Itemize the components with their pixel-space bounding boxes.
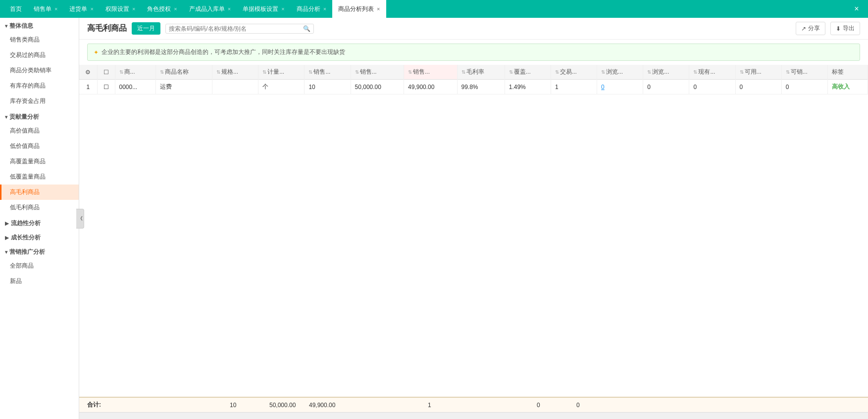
sidebar-item-sales-goods[interactable]: 销售类商品 bbox=[0, 32, 79, 47]
search-input[interactable] bbox=[169, 25, 303, 32]
cell-sales-amount: 50,000.00 bbox=[351, 80, 404, 94]
nav-template-settings[interactable]: 单据模板设置 × bbox=[237, 0, 290, 18]
sidebar-wrapper: ▾ 整体信息 销售类商品 交易过的商品 商品分类助销率 有库存的商品 库存资金占… bbox=[0, 18, 79, 419]
sidebar-item-new-goods[interactable]: 新品 bbox=[0, 274, 79, 289]
col-unit[interactable]: ⇅计量... bbox=[258, 65, 305, 80]
export-button[interactable]: ⬇ 导出 bbox=[830, 22, 860, 35]
col-sales-qty[interactable]: ⇅销售... bbox=[305, 65, 351, 80]
info-star-icon: ✦ bbox=[94, 49, 99, 56]
col-settings[interactable]: ⚙ bbox=[79, 65, 97, 80]
nav-home[interactable]: 首页 bbox=[4, 0, 28, 18]
col-coverage[interactable]: ⇅覆盖... bbox=[505, 65, 551, 80]
table-row: 1 ☐ 0000... 运费 个 10 50,000.00 49,900.00 … bbox=[79, 80, 868, 94]
col-code[interactable]: ⇅商... bbox=[115, 65, 155, 80]
footer-views: 0 bbox=[533, 402, 572, 409]
group-arrow-flow: ▶ bbox=[5, 221, 9, 226]
sidebar-group-contribution[interactable]: ▾ 贡献量分析 bbox=[0, 109, 79, 123]
sidebar: ▾ 整体信息 销售类商品 交易过的商品 商品分类助销率 有库存的商品 库存资金占… bbox=[0, 18, 79, 419]
sidebar-item-traded-goods[interactable]: 交易过的商品 bbox=[0, 47, 79, 63]
sidebar-group-flow[interactable]: ▶ 流趋性分析 bbox=[0, 215, 79, 230]
nav-permission-close[interactable]: × bbox=[132, 6, 135, 12]
bottom-scrollbar[interactable] bbox=[79, 412, 868, 419]
col-stock-sellable[interactable]: ⇅可销... bbox=[781, 65, 827, 80]
nav-purchase-order[interactable]: 进货单 × bbox=[63, 0, 99, 18]
share-icon: ↗ bbox=[801, 25, 806, 32]
sidebar-item-category-rate[interactable]: 商品分类助销率 bbox=[0, 63, 79, 78]
sidebar-item-low-coverage[interactable]: 低覆盖量商品 bbox=[0, 169, 79, 185]
window-close-button[interactable]: × bbox=[849, 0, 864, 18]
footer-stock: 0 bbox=[572, 402, 612, 409]
cell-index: 1 bbox=[79, 80, 97, 94]
col-sales-amount[interactable]: ⇅销售... bbox=[351, 65, 404, 80]
sidebar-item-high-value[interactable]: 高价值商品 bbox=[0, 123, 79, 139]
nav-product-inbound[interactable]: 产成品入库单 × bbox=[183, 0, 237, 18]
nav-product-close[interactable]: × bbox=[228, 6, 231, 12]
nav-role-close[interactable]: × bbox=[174, 6, 177, 12]
group-arrow-overall: ▾ bbox=[5, 23, 7, 29]
col-spec[interactable]: ⇅规格... bbox=[212, 65, 258, 80]
sidebar-item-low-margin[interactable]: 低毛利商品 bbox=[0, 200, 79, 215]
footer-sales-qty: 10 bbox=[226, 402, 265, 409]
table-footer: 合计: 10 50,000.00 49,900.00 1 0 0 bbox=[79, 397, 868, 412]
group-arrow-growth: ▶ bbox=[5, 235, 9, 240]
row-checkbox[interactable]: ☐ bbox=[103, 84, 109, 91]
nav-product-analysis-list-close[interactable]: × bbox=[377, 6, 380, 12]
sidebar-item-high-margin[interactable]: 高毛利商品 bbox=[0, 185, 79, 200]
sidebar-item-stock-funds[interactable]: 库存资金占用 bbox=[0, 93, 79, 109]
cell-checkbox[interactable]: ☐ bbox=[97, 80, 115, 94]
search-icon[interactable]: 🔍 bbox=[303, 25, 310, 32]
export-icon: ⬇ bbox=[836, 25, 841, 32]
header-checkbox[interactable]: ☐ bbox=[103, 69, 109, 76]
col-gross-margin[interactable]: ⇅毛利率 bbox=[457, 65, 505, 80]
nav-role-auth[interactable]: 角色授权 × bbox=[141, 0, 183, 18]
group-arrow-marketing: ▾ bbox=[5, 249, 7, 255]
nav-template-close[interactable]: × bbox=[281, 6, 284, 12]
col-name[interactable]: ⇅商品名称 bbox=[155, 65, 212, 80]
content-area: 高毛利商品 近一月 🔍 ↗ 分享 ⬇ 导出 ✦ 企业的主要的利润都是这部分商品创… bbox=[79, 18, 868, 419]
sidebar-item-in-stock[interactable]: 有库存的商品 bbox=[0, 78, 79, 93]
nav-sales-order[interactable]: 销售单 × bbox=[28, 0, 63, 18]
cell-spec bbox=[212, 80, 258, 94]
cell-stock-sellable: 0 bbox=[781, 80, 827, 94]
col-views2[interactable]: ⇅浏览... bbox=[643, 65, 689, 80]
col-stock-available[interactable]: ⇅可用... bbox=[735, 65, 781, 80]
nav-product-analysis-list[interactable]: 商品分析列表 × bbox=[332, 0, 386, 18]
cell-stock-current: 0 bbox=[689, 80, 735, 94]
sidebar-group-overall-info[interactable]: ▾ 整体信息 bbox=[0, 18, 79, 32]
share-button[interactable]: ↗ 分享 bbox=[796, 22, 825, 35]
cell-views2: 0 bbox=[643, 80, 689, 94]
cell-views1[interactable]: 0 bbox=[597, 80, 643, 94]
nav-product-analysis[interactable]: 商品分析 × bbox=[291, 0, 332, 18]
cell-stock-available: 0 bbox=[735, 80, 781, 94]
nav-permission-settings[interactable]: 权限设置 × bbox=[100, 0, 141, 18]
sidebar-item-all-goods[interactable]: 全部商品 bbox=[0, 258, 79, 274]
sidebar-item-low-value[interactable]: 低价值商品 bbox=[0, 139, 79, 154]
sidebar-item-high-coverage[interactable]: 高覆盖量商品 bbox=[0, 154, 79, 169]
cell-tag: 高收入 bbox=[827, 80, 868, 94]
nav-purchase-close[interactable]: × bbox=[90, 6, 93, 12]
col-stock-current[interactable]: ⇅现有... bbox=[689, 65, 735, 80]
data-table-wrapper: ⚙ ☐ ⇅商... ⇅商品名称 ⇅规格... ⇅计量... ⇅销售... ⇅销售… bbox=[79, 65, 868, 397]
nav-product-analysis-close[interactable]: × bbox=[323, 6, 326, 12]
col-transactions[interactable]: ⇅交易... bbox=[551, 65, 597, 80]
cell-transactions: 1 bbox=[551, 80, 597, 94]
cell-code: 0000... bbox=[115, 80, 155, 94]
col-tag[interactable]: 标签 bbox=[827, 65, 868, 80]
nav-sales-order-close[interactable]: × bbox=[54, 6, 57, 12]
filter-recent-month-button[interactable]: 近一月 bbox=[132, 22, 160, 35]
group-arrow-contribution: ▾ bbox=[5, 114, 7, 120]
table-header-row: ⚙ ☐ ⇅商... ⇅商品名称 ⇅规格... ⇅计量... ⇅销售... ⇅销售… bbox=[79, 65, 868, 80]
cell-sales-net: 49,900.00 bbox=[404, 80, 457, 94]
content-header: 高毛利商品 近一月 🔍 ↗ 分享 ⬇ 导出 bbox=[79, 18, 868, 40]
col-views1[interactable]: ⇅浏览... bbox=[597, 65, 643, 80]
data-table: ⚙ ☐ ⇅商... ⇅商品名称 ⇅规格... ⇅计量... ⇅销售... ⇅销售… bbox=[79, 65, 868, 94]
sidebar-group-marketing[interactable]: ▾ 营销推广分析 bbox=[0, 244, 79, 258]
sidebar-collapse-button[interactable]: 《 bbox=[76, 209, 84, 229]
footer-sales-net: 49,900.00 bbox=[305, 402, 345, 409]
col-sales-net[interactable]: ⇅销售... bbox=[404, 65, 457, 80]
sidebar-group-growth[interactable]: ▶ 成长性分析 bbox=[0, 230, 79, 244]
col-checkbox[interactable]: ☐ bbox=[97, 65, 115, 80]
footer-transactions: 1 bbox=[424, 402, 463, 409]
search-box[interactable]: 🔍 bbox=[165, 24, 314, 34]
cell-coverage: 1.49% bbox=[505, 80, 551, 94]
